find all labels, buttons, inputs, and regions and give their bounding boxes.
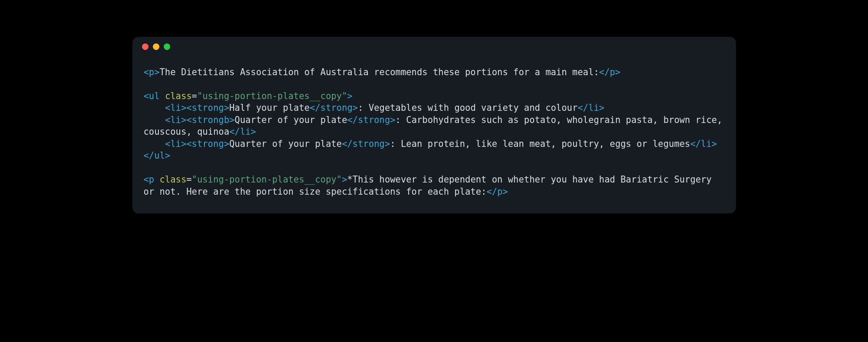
code-token-tag: <li><strong> [165,103,229,113]
code-token-attrv: "using-portion-plates__copy" [192,174,342,185]
code-token-attrn: class [160,174,187,185]
code-token-tag: <li><strong> [165,139,229,149]
code-token-attrv: "using-portion-plates__copy" [197,91,347,101]
code-token-tag: <li><strongb> [165,115,234,125]
code-token-tag: </strong> [347,115,396,125]
code-content: <p>The Dietitians Association of Austral… [132,56,736,213]
code-token-eq: = [192,91,197,101]
code-token-txt: Quarter of your plate [234,115,347,125]
code-token-tag: </p> [599,67,620,77]
code-token-tag: <p> [144,67,160,77]
close-icon[interactable] [142,43,149,50]
code-token-txt: Quarter of your plate [229,139,342,149]
code-token-txt: : Vegetables with good variety and colou… [358,103,578,113]
code-token-txt: : Lean protein, like lean meat, poultry,… [390,139,690,149]
code-token-tag: > [342,174,347,185]
code-token-tag: </li> [690,139,717,149]
code-window: <p>The Dietitians Association of Austral… [132,37,736,213]
code-token-tag: > [347,91,353,101]
code-token-txt: Half your plate [229,103,310,113]
code-token-tag: </strong> [310,103,358,113]
code-token-tag: </p> [486,186,508,197]
code-token-tag: </ul> [144,150,171,161]
code-token-tag: </strong> [342,139,390,149]
code-token-txt [144,103,165,113]
code-token-tag: </li> [229,126,256,137]
window-titlebar [132,37,736,56]
code-token-attrn: class [165,91,192,101]
code-token-tag: </li> [578,103,604,113]
minimize-icon[interactable] [153,43,159,50]
code-token-eq: = [186,174,191,185]
code-token-tag: <p [144,174,160,185]
code-token-txt [144,139,165,149]
code-token-txt [144,115,165,125]
code-token-tag: <ul [144,91,165,101]
code-token-txt: The Dietitians Association of Australia … [160,67,599,77]
maximize-icon[interactable] [164,43,170,50]
